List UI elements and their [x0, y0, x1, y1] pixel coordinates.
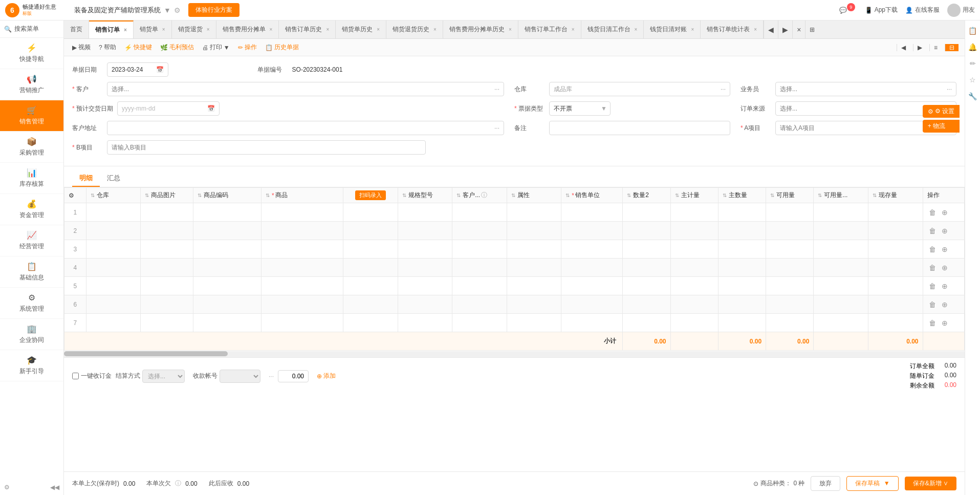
- remark-text-input[interactable]: [554, 124, 726, 132]
- customer-text-input[interactable]: [112, 85, 492, 93]
- close-icon[interactable]: ×: [635, 27, 638, 32]
- profit-btn[interactable]: 🌿 毛利预估: [158, 42, 196, 53]
- cell-available2[interactable]: [814, 203, 868, 222]
- customer-input[interactable]: ···: [107, 82, 504, 96]
- close-icon[interactable]: ×: [509, 27, 512, 32]
- delete-btn[interactable]: 🗑: [927, 227, 938, 235]
- next-record-btn[interactable]: ▶: [913, 44, 926, 51]
- tab-delivery-history[interactable]: 销货单历史 ×: [336, 20, 386, 38]
- copy-btn[interactable]: ⊕: [940, 264, 950, 272]
- close-icon[interactable]: ×: [754, 27, 757, 32]
- tab-return-history[interactable]: 销货退货历史 ×: [386, 20, 443, 38]
- close-icon[interactable]: ×: [270, 27, 273, 32]
- cell-code[interactable]: [193, 203, 261, 222]
- list-view-btn[interactable]: ≡: [929, 44, 942, 51]
- tab-summary[interactable]: 汇总: [100, 170, 127, 187]
- cell-main-qty[interactable]: [718, 203, 766, 222]
- sidebar-settings-icon[interactable]: ⚙: [4, 484, 10, 491]
- cell-current[interactable]: [868, 203, 923, 222]
- sidebar-item-finance[interactable]: 💰 资金管理: [0, 194, 63, 225]
- payment-method-select[interactable]: 选择...: [142, 370, 185, 383]
- cell-image[interactable]: [141, 203, 193, 222]
- close-icon[interactable]: ×: [207, 27, 210, 32]
- delete-btn[interactable]: 🗑: [927, 245, 938, 253]
- sidebar-item-purchase[interactable]: 📦 采购管理: [0, 132, 63, 163]
- tab-next-btn[interactable]: ▶: [778, 20, 792, 38]
- delete-btn[interactable]: 🗑: [927, 208, 938, 217]
- tab-expense-history[interactable]: 销售费用分摊单历史 ×: [443, 20, 518, 38]
- right-panel-star-icon[interactable]: ☆: [967, 74, 979, 86]
- cell-warehouse[interactable]: [86, 203, 141, 222]
- industry-btn[interactable]: 体验行业方案: [188, 3, 239, 17]
- remark-input[interactable]: [549, 121, 730, 135]
- save-new-btn[interactable]: 保存&新增 ∨: [905, 477, 956, 490]
- warehouse-input[interactable]: ···: [549, 82, 730, 96]
- sidebar-item-search[interactable]: 🔍 搜索菜单: [0, 20, 63, 38]
- account-select[interactable]: [220, 370, 260, 383]
- save-draft-btn[interactable]: 保存草稿 ▼: [846, 476, 898, 491]
- sidebar-item-quick-nav[interactable]: ⚡ 快捷导航: [0, 38, 63, 69]
- staff-ellipsis[interactable]: ···: [947, 85, 952, 93]
- address-ellipsis[interactable]: ···: [494, 124, 499, 132]
- warehouse-ellipsis[interactable]: ···: [721, 85, 726, 93]
- address-text-input[interactable]: [112, 124, 492, 132]
- copy-btn[interactable]: ⊕: [940, 208, 950, 217]
- delete-btn[interactable]: 🗑: [927, 264, 938, 272]
- th-settings[interactable]: ⚙: [64, 188, 86, 203]
- tab-order-workbench[interactable]: 销售订单工作台 ×: [518, 20, 581, 38]
- close-icon[interactable]: ×: [162, 27, 165, 32]
- customer-ellipsis[interactable]: ···: [494, 85, 499, 93]
- staff-input[interactable]: ···: [775, 82, 956, 96]
- warehouse-text-input[interactable]: [554, 85, 718, 93]
- close-icon[interactable]: ×: [124, 27, 127, 33]
- sidebar-item-marketing[interactable]: 📢 营销推广: [0, 69, 63, 100]
- tab-order-stats[interactable]: 销售订单统计表 ×: [701, 20, 764, 38]
- user-area[interactable]: 用友: [947, 4, 975, 17]
- close-icon[interactable]: ×: [326, 27, 329, 32]
- online-service[interactable]: 👤 在线客服: [905, 6, 940, 14]
- right-panel-bell-icon[interactable]: 🔔: [967, 41, 979, 53]
- tab-home[interactable]: 首页: [64, 20, 89, 38]
- cell-attr[interactable]: [507, 203, 561, 222]
- add-btn[interactable]: ⊕ 添加: [317, 372, 336, 380]
- tab-sales-delivery[interactable]: 销货单 ×: [134, 20, 172, 38]
- sidebar-item-system[interactable]: ⚙ 系统管理: [0, 288, 63, 319]
- operation-btn[interactable]: ✏ 操作: [236, 42, 259, 53]
- cell-unit[interactable]: [561, 203, 623, 222]
- system-dropdown-icon[interactable]: ▼: [164, 6, 171, 14]
- tab-prev-btn[interactable]: ◀: [764, 20, 778, 38]
- tab-detail[interactable]: 明细: [72, 170, 100, 187]
- view-btn[interactable]: ▶ 视频: [70, 42, 93, 53]
- prev-record-btn[interactable]: ◀: [897, 44, 910, 51]
- save-draft-dropdown-icon[interactable]: ▼: [884, 480, 890, 487]
- delete-btn[interactable]: 🗑: [927, 319, 938, 327]
- copy-btn[interactable]: ⊕: [940, 319, 950, 327]
- copy-btn[interactable]: ⊕: [940, 300, 950, 309]
- delivery-date-input[interactable]: yyyy-mm-dd 📅: [117, 101, 220, 116]
- cell-spec[interactable]: [398, 203, 452, 222]
- b-project-text-input[interactable]: [112, 144, 421, 151]
- delete-btn[interactable]: 🗑: [927, 282, 938, 290]
- address-input[interactable]: ···: [107, 121, 504, 135]
- goods-count-icon[interactable]: ⊙: [753, 480, 758, 487]
- print-btn[interactable]: 🖨 打印 ▼: [200, 42, 232, 53]
- shortcut-btn[interactable]: ⚡ 快捷键: [122, 42, 154, 53]
- sidebar-item-inventory[interactable]: 📊 库存核算: [0, 163, 63, 194]
- right-panel-tools-icon[interactable]: 🔧: [967, 90, 979, 102]
- cell-customer-code[interactable]: [452, 203, 507, 222]
- app-download[interactable]: 📱 App下载: [865, 6, 898, 14]
- tab-cash-reconcile[interactable]: 钱货日清对账 ×: [644, 20, 701, 38]
- close-icon[interactable]: ×: [691, 27, 694, 32]
- tab-sales-order-history[interactable]: 销售订单历史 ×: [279, 20, 336, 38]
- add-product-btn[interactable]: + 物流: [923, 120, 960, 133]
- tab-sales-order[interactable]: 销售订单 ×: [89, 20, 134, 38]
- settings-float-btn[interactable]: ⚙ ⚙ 设置: [923, 105, 960, 118]
- copy-btn[interactable]: ⊕: [940, 245, 950, 253]
- date-input[interactable]: 2023-03-24 📅: [107, 62, 168, 77]
- cell-available[interactable]: [766, 203, 814, 222]
- tab-sales-expense[interactable]: 销售费用分摊单 ×: [216, 20, 279, 38]
- right-panel-clipboard-icon[interactable]: 📋: [967, 25, 979, 37]
- delete-btn[interactable]: 🗑: [927, 300, 938, 309]
- close-icon[interactable]: ×: [377, 27, 380, 32]
- staff-text-input[interactable]: [780, 85, 945, 93]
